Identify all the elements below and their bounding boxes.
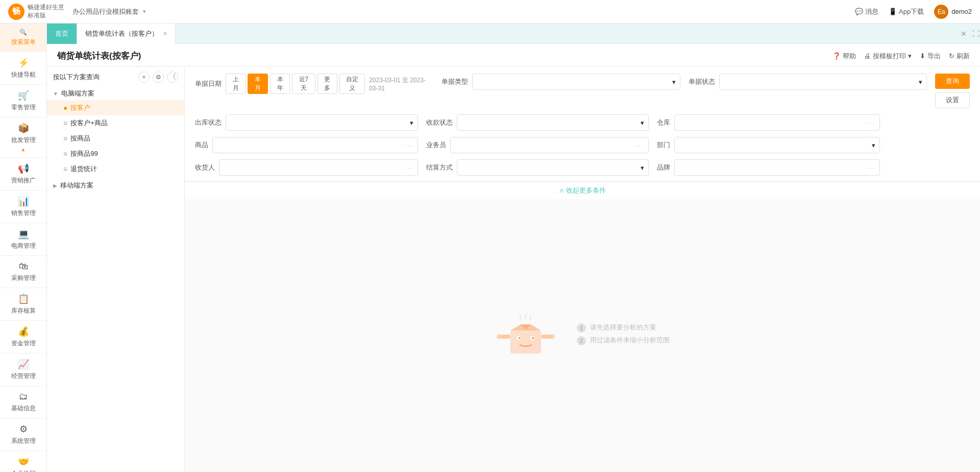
print-icon: 🖨 <box>864 52 871 60</box>
scheme-item-icon-3: ≡ <box>63 134 67 143</box>
query-button[interactable]: 查询 <box>935 74 970 89</box>
tab-home[interactable]: 首页 <box>47 23 77 44</box>
scheme-group-desktop-title[interactable]: ▼ 电脑端方案 <box>47 87 184 100</box>
collapse-more-button[interactable]: ∧ 收起更多条件 <box>185 181 980 199</box>
export-button[interactable]: ⬇ 导出 <box>920 52 941 61</box>
app-dropdown-arrow[interactable]: ▾ <box>143 8 146 15</box>
salesperson-label: 业务员 <box>426 140 446 150</box>
sidebar-item-purchase[interactable]: 🛍 采购管理 <box>0 256 46 288</box>
settings-button[interactable]: 设置 <box>935 92 970 108</box>
brand-input[interactable] <box>674 159 880 176</box>
search-icon: 🔍 <box>19 29 27 36</box>
scheme-item-by-goods99[interactable]: ≡ 按商品99 <box>47 146 184 161</box>
doc-status-dropdown[interactable]: ▾ <box>719 74 927 90</box>
filter-row-1: 单据日期 上月 本月 本年 近7天 更多 自定义 2023-03-01 至 20… <box>195 74 970 108</box>
receipt-status-filter: 收款状态 ▾ <box>426 114 649 131</box>
settle-method-dropdown[interactable]: ▾ <box>457 159 649 176</box>
warehouse-input[interactable] <box>674 114 880 131</box>
scheme-settings-button[interactable]: ⚙ <box>153 72 164 83</box>
scheme-add-button[interactable]: + <box>138 72 150 83</box>
scheme-item-by-goods[interactable]: ≡ 按商品 <box>47 131 184 146</box>
header-actions: ❓ 帮助 🖨 按模板打印 ▾ ⬇ 导出 ↻ 刷新 <box>832 52 970 61</box>
sidebar-label-search: 搜索菜单 <box>11 38 36 46</box>
date-last-month[interactable]: 上月 <box>226 74 246 94</box>
filter-row-2: 出库状态 ▾ 收款状态 ▾ <box>195 114 970 131</box>
print-button[interactable]: 🖨 按模板打印 ▾ <box>864 52 912 61</box>
goods-input[interactable] <box>212 137 418 153</box>
date-more[interactable]: 更多 <box>317 74 337 94</box>
window-close-button[interactable]: ✕ <box>960 30 968 38</box>
tab-current[interactable]: 销货单统计表（按客户） × <box>77 23 176 44</box>
enterprise-icon: 🤝 <box>18 456 29 467</box>
scheme-item-label-4: 按商品99 <box>70 149 97 158</box>
window-maximize-button[interactable]: ⛶ <box>972 30 980 38</box>
empty-step-2: 2 用过滤条件来缩小分析范围 <box>577 336 670 345</box>
download-icon: 📱 <box>889 8 897 15</box>
sidebar-label-nav: 快捷导航 <box>11 70 36 79</box>
sidebar-item-retail[interactable]: 🛒 零售管理 <box>0 85 46 117</box>
consignee-input[interactable] <box>219 159 418 176</box>
tab-close-button[interactable]: × <box>163 30 167 37</box>
consignee-filter: 收货人 <box>195 159 418 176</box>
marketing-icon: 📢 <box>18 163 29 174</box>
app-download-button[interactable]: 📱 App下载 <box>889 7 924 16</box>
date-this-month[interactable]: 本月 <box>248 74 267 94</box>
doc-status-filter: 单据状态 ▾ <box>689 74 927 90</box>
sidebar-item-search[interactable]: 🔍 搜索菜单 <box>0 23 46 52</box>
scheme-group-mobile: ▶ 移动端方案 <box>47 179 184 192</box>
date-last7[interactable]: 近7天 <box>292 74 315 94</box>
logo-area: 畅 畅捷通好生意 标准版 <box>8 4 64 20</box>
sidebar-item-basic[interactable]: 🗂 基础信息 <box>0 386 46 418</box>
sidebar-item-system[interactable]: ⚙ 系统管理 <box>0 418 46 451</box>
export-icon: ⬇ <box>920 52 925 60</box>
step-1-circle: 1 <box>577 323 586 333</box>
user-area[interactable]: Ea demo2 <box>934 5 972 19</box>
system-icon: ⚙ <box>19 423 28 435</box>
date-this-year[interactable]: 本年 <box>270 74 290 94</box>
salesperson-input[interactable] <box>450 137 649 153</box>
query-actions: 查询 设置 <box>935 74 970 108</box>
sidebar-item-enterprise[interactable]: 🤝 企业协同 <box>0 451 46 472</box>
scheme-panel: 按以下方案查询 + ⚙ 《 ▼ 电脑端方案 ● 按客户 <box>47 66 185 472</box>
refresh-icon: ↻ <box>949 52 954 60</box>
out-status-dropdown[interactable]: ▾ <box>226 114 418 131</box>
ecommerce-icon: 💻 <box>18 228 29 240</box>
refresh-button[interactable]: ↻ 刷新 <box>949 52 970 61</box>
receipt-status-label: 收款状态 <box>426 118 453 127</box>
warehouse-more-icon <box>867 119 875 127</box>
settle-method-filter: 结算方式 ▾ <box>426 159 649 176</box>
scheme-item-by-customer-goods[interactable]: ≡ 按客户+商品 <box>47 115 184 131</box>
scheme-item-by-customer[interactable]: ● 按客户 <box>47 100 184 115</box>
message-button[interactable]: 💬 消息 <box>855 7 878 16</box>
home-tab-label: 首页 <box>55 29 68 38</box>
help-button[interactable]: ❓ 帮助 <box>832 52 856 61</box>
receipt-status-dropdown[interactable]: ▾ <box>457 114 649 131</box>
step-1-text: 请先选择要分析的方案 <box>590 323 656 332</box>
step-2-text: 用过滤条件来缩小分析范围 <box>590 336 670 345</box>
purchase-icon: 🛍 <box>19 261 28 272</box>
scheme-item-return-stats[interactable]: ≡ 退货统计 <box>47 161 184 177</box>
doc-type-dropdown[interactable]: ▾ <box>472 74 680 90</box>
sidebar-label-retail: 零售管理 <box>11 103 36 112</box>
scheme-collapse-button[interactable]: 《 <box>167 72 178 83</box>
sidebar-label-marketing: 营销推广 <box>11 176 36 185</box>
sidebar-item-sales[interactable]: 📊 销售管理 <box>0 191 46 223</box>
sidebar-item-ecommerce[interactable]: 💻 电商管理 <box>0 223 46 256</box>
sidebar-item-finance[interactable]: 💰 资金管理 <box>0 321 46 353</box>
sidebar-label-sales: 销售管理 <box>11 209 36 218</box>
svg-point-8 <box>550 334 555 339</box>
doc-type-label: 单据类型 <box>442 77 468 86</box>
dept-dropdown[interactable]: ▾ <box>674 137 880 153</box>
date-custom[interactable]: 自定义 <box>339 74 365 94</box>
sidebar-item-wholesale[interactable]: 📦 批发管理 ▲ <box>0 117 46 158</box>
sidebar: 🔍 搜索菜单 ⚡ 快捷导航 🛒 零售管理 📦 批发管理 ▲ 📢 营销推广 📊 销… <box>0 23 47 472</box>
sidebar-item-nav[interactable]: ⚡ 快捷导航 <box>0 52 46 85</box>
sidebar-label-inventory: 库存核算 <box>11 306 36 315</box>
scheme-group-mobile-title[interactable]: ▶ 移动端方案 <box>47 179 184 192</box>
svg-point-7 <box>497 334 502 339</box>
sidebar-item-operations[interactable]: 📈 经营管理 <box>0 353 46 386</box>
print-dropdown-icon[interactable]: ▾ <box>908 52 912 60</box>
sidebar-item-inventory[interactable]: 📋 库存核算 <box>0 288 46 321</box>
sidebar-item-marketing[interactable]: 📢 营销推广 <box>0 158 46 191</box>
empty-illustration <box>495 310 556 361</box>
